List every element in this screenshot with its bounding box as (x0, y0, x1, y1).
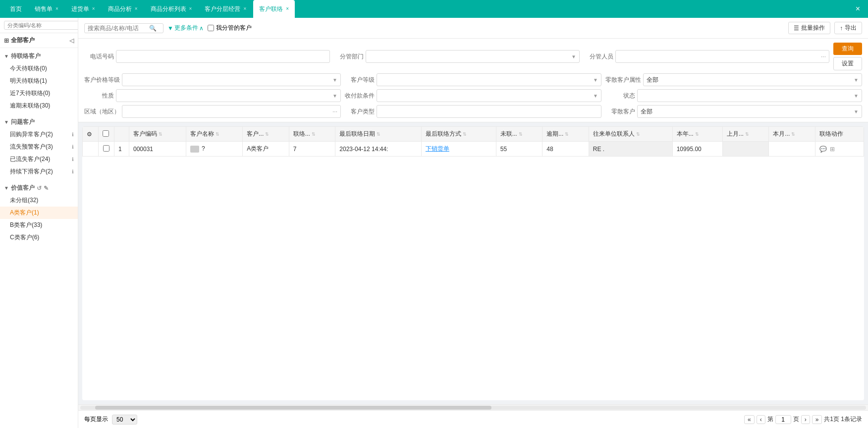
th-category[interactable]: 客户... ⇅ (243, 127, 289, 142)
person-select[interactable]: ··· (615, 50, 829, 63)
td-checkbox[interactable] (99, 142, 114, 157)
arrow-icon: ▼ (4, 54, 9, 59)
payment-select[interactable]: ▼ (377, 89, 601, 102)
horizontal-scrollbar[interactable] (78, 404, 868, 410)
status-select[interactable]: ▼ (637, 89, 862, 102)
tab-analysis-list[interactable]: 商品分析列表 × (145, 0, 198, 18)
th-last-month[interactable]: 上月... ⇅ (722, 127, 769, 142)
next-page-button[interactable]: › (801, 415, 810, 424)
filter-my-customers[interactable]: 我分管的客户 (208, 24, 252, 32)
close-customer-segment-tab[interactable]: × (243, 0, 246, 18)
info-icon: ℹ (72, 169, 74, 174)
close-analysis-list-tab[interactable]: × (189, 0, 192, 18)
last-contact-way-link[interactable]: 下销货单 (426, 145, 449, 152)
sort-icon: ⇅ (745, 132, 749, 137)
scrollbar-thumb[interactable] (95, 406, 491, 410)
select-all-checkbox[interactable] (103, 130, 109, 137)
tab-analysis[interactable]: 商品分析 × (102, 0, 144, 18)
th-this-year[interactable]: 本年... ⇅ (672, 127, 722, 142)
retail-attr-select[interactable]: 全部 ▼ (643, 73, 862, 86)
export-button[interactable]: ↑ 导出 (834, 22, 862, 34)
close-analysis-tab[interactable]: × (135, 0, 138, 18)
tab-customer-segment[interactable]: 客户分层经营 × (199, 0, 252, 18)
filter-more-button[interactable]: ▼ 更多条件 ∧ (167, 24, 204, 32)
sidebar-item-today[interactable]: 今天待联络(0) (0, 62, 78, 75)
tab-customer-contact[interactable]: 客户联络 × (253, 0, 295, 18)
close-purchase-tab[interactable]: × (92, 0, 95, 18)
sidebar-item-churned[interactable]: 已流失客户(24) ℹ (0, 153, 78, 165)
message-icon[interactable]: 💬 (819, 146, 827, 153)
region-dots-icon[interactable]: ··· (332, 108, 337, 115)
more-icon[interactable]: ⊞ (830, 146, 835, 153)
pending-contact-title[interactable]: ▼ 待联络客户 (0, 50, 78, 62)
retail-customer-chevron-down-icon: ▼ (854, 109, 859, 114)
region-label: 区域（地区） (84, 107, 120, 116)
customer-type-select[interactable] (377, 105, 601, 118)
price-level-select[interactable]: ▼ (122, 73, 341, 86)
tab-sales[interactable]: 销售单 × (29, 0, 64, 18)
dept-select[interactable]: ▼ (366, 50, 580, 63)
page-size-select[interactable]: 50 20 100 (112, 415, 137, 425)
close-all-button[interactable]: × (852, 4, 864, 13)
customer-level-select[interactable]: ▼ (377, 73, 601, 86)
sidebar-item-a-class[interactable]: A类客户(1) (0, 207, 78, 219)
batch-operation-button[interactable]: ☰ 批量操作 (788, 22, 830, 34)
main-layout: 🔍 ⊞ 全部客户 ◁ ▼ 待联络客户 今天待联络(0) 明天待联络(1) 近7天… (0, 18, 868, 428)
th-contact[interactable]: 联络... ⇅ (289, 127, 335, 142)
sort-icon: ⇅ (159, 132, 163, 137)
th-settings[interactable]: ⚙ (83, 127, 99, 142)
sidebar-search-input[interactable] (4, 21, 78, 30)
sidebar-item-repurchase-abnormal[interactable]: 回购异常客户(2) ℹ (0, 128, 78, 141)
tab-purchase[interactable]: 进货单 × (65, 0, 101, 18)
sidebar-item-b-class[interactable]: B类客户(33) (0, 219, 78, 231)
top-navigation: 首页 销售单 × 进货单 × 商品分析 × 商品分析列表 × 客户分层经营 × … (0, 0, 868, 18)
filter-search-icon[interactable]: 🔍 (149, 25, 157, 32)
nature-select[interactable]: ▼ (116, 89, 341, 102)
row-checkbox[interactable] (103, 145, 109, 152)
phone-label: 电话号码 (84, 53, 114, 61)
sidebar-item-overdue[interactable]: 逾期未联络(30) (0, 100, 78, 112)
sidebar-item-tomorrow[interactable]: 明天待联络(1) (0, 75, 78, 87)
sidebar-item-unclassified[interactable]: 未分组(32) (0, 194, 78, 207)
phone-input[interactable] (116, 50, 330, 63)
my-customers-checkbox[interactable] (208, 25, 214, 31)
person-dots-icon[interactable]: ··· (821, 53, 826, 60)
sidebar-item-c-class[interactable]: C类客户(6) (0, 231, 78, 244)
th-last-contact-date[interactable]: 最后联络日期 ⇅ (335, 127, 422, 142)
th-no-contact[interactable]: 未联... ⇅ (496, 127, 542, 142)
edit-icon[interactable]: ✎ (44, 185, 49, 192)
sidebar-item-churn-warning[interactable]: 流失预警客户(3) ℹ (0, 141, 78, 153)
first-page-button[interactable]: « (744, 415, 755, 424)
prev-page-button[interactable]: ‹ (757, 415, 765, 424)
problem-customers-title[interactable]: ▼ 问题客户 (0, 116, 78, 128)
value-customers-title[interactable]: ▼ 价值客户 ↺ ✎ (0, 182, 78, 194)
region-field: 区域（地区） ··· (84, 105, 341, 118)
sidebar-item-declining[interactable]: 持续下滑客户(2) ℹ (0, 165, 78, 178)
th-checkbox[interactable] (99, 127, 114, 142)
th-code[interactable]: 客户编码 ⇅ (129, 127, 186, 142)
td-last-contact-way[interactable]: 下销货单 (421, 142, 496, 157)
home-tab[interactable]: 首页 (4, 0, 28, 18)
settings-icon[interactable]: ⚙ (87, 131, 92, 138)
batch-icon: ☰ (794, 25, 799, 32)
retail-customer-select[interactable]: 全部 ▼ (637, 105, 862, 118)
th-this-month[interactable]: 本月... ⇅ (769, 127, 815, 142)
th-overdue[interactable]: 逾期... ⇅ (542, 127, 589, 142)
close-customer-contact-tab[interactable]: × (286, 0, 289, 18)
all-customers-header[interactable]: ⊞ 全部客户 ◁ (0, 33, 78, 48)
region-select[interactable]: ··· (122, 105, 341, 118)
sidebar-item-7days[interactable]: 近7天待联络(0) (0, 87, 78, 100)
th-last-contact-way[interactable]: 最后联络方式 ⇅ (421, 127, 496, 142)
td-category: A类客户 (243, 142, 289, 157)
close-sales-tab[interactable]: × (55, 0, 58, 18)
page-number-input[interactable] (775, 415, 791, 424)
query-button[interactable]: 查询 (833, 43, 862, 55)
sort-icon: ⇅ (519, 132, 523, 137)
th-name[interactable]: 客户名称 ⇅ (186, 127, 243, 142)
settings-button[interactable]: 设置 (833, 57, 862, 70)
last-page-button[interactable]: » (812, 415, 822, 424)
refresh-icon[interactable]: ↺ (37, 185, 42, 192)
filter-search-input[interactable] (88, 25, 147, 32)
th-unit-contact[interactable]: 往来单位联系人 ⇅ (589, 127, 672, 142)
sidebar-collapse-button[interactable]: ◁ (69, 37, 74, 44)
